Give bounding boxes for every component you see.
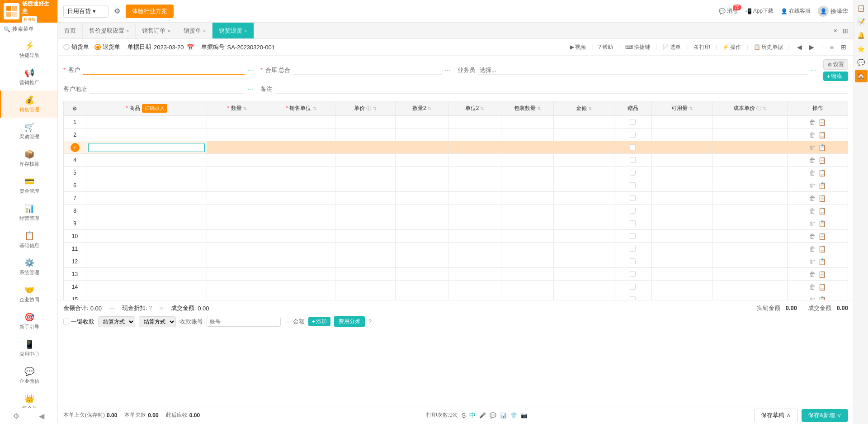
next-record-btn[interactable]: ▶ [807, 43, 816, 52]
sort-icon[interactable]: ⇅ [481, 106, 484, 111]
pack-qty-cell[interactable] [501, 141, 554, 154]
gift-checkbox[interactable] [630, 271, 636, 277]
cost-price-cell[interactable] [712, 141, 788, 154]
sort-icon[interactable]: ⇅ [373, 106, 377, 111]
fee-split-btn[interactable]: 费用分摊 [334, 316, 365, 327]
experience-btn[interactable]: 体验行业方案 [126, 5, 174, 18]
video-action[interactable]: ▶ 视频 [570, 43, 586, 51]
copy-row-icon[interactable]: 📋 [818, 195, 826, 202]
gift-checkbox[interactable] [630, 195, 636, 201]
calculation-method-select[interactable]: 结算方式 [139, 316, 176, 327]
copy-row-icon[interactable]: 📋 [818, 169, 826, 176]
settings-bottom-btn[interactable]: ⚙ [13, 412, 19, 420]
calendar-icon[interactable]: 📅 [187, 44, 194, 51]
collapse-sidebar-btn[interactable]: ◀ [39, 412, 44, 420]
sidebar-item-member[interactable]: 👑 畅会员 [0, 389, 57, 408]
select-action[interactable]: 📄 选单 [662, 43, 681, 51]
copy-row-icon[interactable]: 📋 [818, 157, 826, 164]
delete-row-icon[interactable]: 🗑 [809, 233, 816, 240]
quantity2-cell[interactable] [396, 129, 448, 141]
one-click-pay-checkbox[interactable]: 一键收款 [63, 318, 94, 326]
unit2-cell[interactable] [448, 129, 501, 141]
expand-tabs-btn[interactable]: ⊞ [841, 26, 850, 35]
message-btn[interactable]: 💬 消息 70 [719, 7, 738, 15]
topbar-gear-icon[interactable]: ⚙ [112, 5, 122, 17]
toolbar-icon-2[interactable]: 中 [469, 411, 476, 419]
tab-sales-order[interactable]: 销售订单 × [136, 23, 177, 39]
copy-row-icon[interactable]: 📋 [818, 245, 826, 252]
fee-help-icon[interactable]: ? [368, 318, 372, 325]
tab-price-settings[interactable]: 售价提取设置 × [83, 23, 136, 39]
close-all-tabs-btn[interactable]: × [832, 26, 839, 35]
app-download-btn[interactable]: 📲 App下载 [745, 7, 774, 15]
sort-icon[interactable]: ⇅ [588, 106, 592, 111]
copy-row-icon[interactable]: 📋 [818, 258, 826, 265]
history-action[interactable]: 📋 历史单据 [754, 43, 783, 51]
grid-view-btn[interactable]: ⊞ [839, 43, 848, 52]
gift-checkbox[interactable] [630, 170, 636, 176]
amount-cell[interactable] [554, 129, 614, 141]
sort-icon[interactable]: ⇅ [689, 106, 693, 111]
date-value[interactable]: 2023-03-20 [154, 44, 184, 51]
prev-record-btn[interactable]: ◀ [795, 43, 804, 52]
list-view-btn[interactable]: ≡ [828, 43, 835, 52]
gift-checkbox[interactable] [630, 246, 636, 252]
tab-close-icon[interactable]: × [203, 28, 206, 33]
gift-cell[interactable] [614, 116, 651, 129]
delete-row-icon[interactable]: 🗑 [809, 144, 816, 151]
sales-unit-cell[interactable] [267, 116, 335, 129]
sidebar-item-app-center[interactable]: 📱 应用中心 [0, 335, 57, 362]
warehouse-selector-btn[interactable]: ··· [444, 66, 450, 74]
gift-cell[interactable] [614, 129, 651, 141]
sidebar-item-operations[interactable]: 📊 经营管理 [0, 199, 57, 226]
gift-checkbox[interactable] [630, 233, 636, 239]
toolbar-icon-1[interactable]: S [462, 412, 466, 419]
right-panel-btn-1[interactable]: 📋 [855, 2, 868, 14]
unit2-cell[interactable] [448, 141, 501, 154]
unit-price-cell[interactable] [335, 141, 395, 154]
one-click-checkbox[interactable] [63, 319, 69, 324]
gift-checkbox[interactable] [630, 182, 636, 188]
scan-input-btn[interactable]: 扫码录入 [142, 104, 167, 113]
tab-home[interactable]: 首页 [58, 23, 83, 39]
delete-row-icon[interactable]: 🗑 [809, 169, 816, 176]
gift-checkbox[interactable] [630, 144, 636, 150]
gift-checkbox[interactable] [630, 208, 636, 214]
quantity-cell[interactable] [207, 129, 267, 141]
help-action[interactable]: ? 帮助 [598, 43, 613, 51]
copy-row-icon[interactable]: 📋 [818, 271, 826, 278]
delete-row-icon[interactable]: 🗑 [809, 283, 816, 291]
quantity2-cell[interactable] [396, 116, 448, 129]
available-cell[interactable] [652, 116, 712, 129]
tab-sales-delivery[interactable]: 销货单 × [177, 23, 212, 39]
gift-checkbox[interactable] [630, 119, 636, 125]
save-draft-btn[interactable]: 保存草稿 ∧ [754, 409, 798, 422]
pack-qty-cell[interactable] [501, 116, 554, 129]
sidebar-item-marketing[interactable]: 📢 营销推广 [0, 63, 57, 91]
sidebar-item-wechat[interactable]: 💬 企业微信 [0, 362, 57, 389]
sidebar-item-basic-info[interactable]: 📋 基础信息 [0, 226, 57, 253]
dots-selector[interactable]: ··· [284, 318, 289, 325]
right-panel-btn-2[interactable]: 📝 [855, 15, 868, 28]
sidebar-item-system[interactable]: ⚙️ 系统管理 [0, 253, 57, 281]
delete-row-icon[interactable]: 🗑 [809, 207, 816, 214]
warehouse-input[interactable] [293, 66, 441, 75]
sidebar-item-inventory[interactable]: 📦 库存核算 [0, 145, 57, 172]
online-support-btn[interactable]: 👤 在线客服 [781, 7, 811, 15]
gift-checkbox[interactable] [630, 284, 636, 290]
toolbar-icon-6[interactable]: 👕 [510, 412, 517, 419]
sort-icon[interactable]: ⇅ [763, 106, 766, 111]
sidebar-item-guide[interactable]: 🎯 新手引导 [0, 308, 57, 335]
sales-unit-cell[interactable] [267, 141, 335, 154]
quantity2-cell[interactable] [396, 141, 448, 154]
copy-row-icon[interactable]: 📋 [818, 233, 826, 240]
copy-row-icon[interactable]: 📋 [818, 283, 826, 291]
copy-row-icon[interactable]: 📋 [818, 182, 826, 189]
copy-row-icon[interactable]: 📋 [818, 207, 826, 214]
delete-row-icon[interactable]: 🗑 [809, 296, 816, 300]
settlement-method-select[interactable]: 结算方式 [98, 316, 135, 327]
salesperson-selector-btn[interactable]: ··· [810, 66, 816, 74]
amount-cell[interactable] [554, 141, 614, 154]
customer-input[interactable] [83, 66, 245, 75]
unit2-cell[interactable] [448, 116, 501, 129]
